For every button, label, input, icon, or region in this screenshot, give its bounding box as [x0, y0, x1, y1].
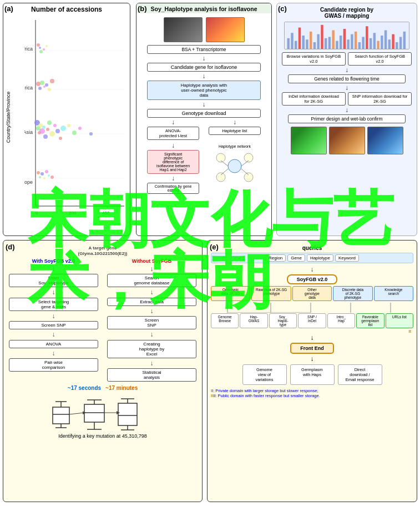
svg-rect-67 — [313, 42, 315, 49]
svg-rect-72 — [332, 30, 334, 49]
c-browse-var: Browse variations in SoyFGB v2.0 — [282, 52, 346, 66]
svg-rect-82 — [369, 38, 371, 49]
d-arr-0wo: ↓ — [150, 265, 154, 273]
svg-text:0: 0 — [36, 211, 38, 214]
e-soyfgb-box: SoyFGB v2.0 — [287, 274, 338, 284]
svg-point-44 — [45, 170, 48, 173]
d-arr-1wo: ↓ — [150, 288, 154, 296]
c-arrow-1: ↓ — [345, 67, 348, 73]
d-subtitle-text: (Glyma.10G221500(E2)) — [78, 251, 128, 256]
panel-d: (d) A target gene (Glyma.10G221500(E2)) … — [3, 240, 203, 502]
d-time-with: ~17 seconds — [68, 385, 101, 391]
svg-point-14 — [45, 45, 48, 47]
svg-point-19 — [45, 83, 48, 87]
panel-e-title: queries — [211, 245, 413, 251]
tab-gene[interactable]: Gene — [287, 254, 305, 262]
svg-point-32 — [53, 124, 57, 127]
c-snp-label: SNP information download for 2K-SG — [348, 92, 412, 106]
svg-point-17 — [40, 81, 44, 85]
y-axis-label: Country/State/Province — [6, 92, 11, 143]
e-output-0: Genome view of variations — [242, 364, 287, 385]
d-two-cols: With SoyFGB v2.0 ↓ Enter Soy_Haplotype ↓… — [7, 258, 199, 382]
svg-rect-61 — [291, 33, 293, 49]
anova-box: ANOVA- protected t-test — [147, 127, 199, 140]
d-time-without: ~17 minutes — [105, 385, 138, 391]
svg-rect-106 — [118, 403, 137, 425]
d-step-wo-2: Extract data — [107, 298, 196, 306]
svg-rect-100 — [84, 404, 104, 422]
d-arr-4wo: ↓ — [150, 359, 154, 367]
d-arr-3w: ↓ — [52, 330, 55, 338]
svg-rect-79 — [358, 42, 360, 49]
gwas-bars — [285, 22, 409, 49]
svg-point-46 — [50, 176, 54, 179]
d-step-wo-3: Screen SNP — [107, 316, 196, 329]
e-top-arrow: ↓ — [211, 265, 413, 273]
svg-point-28 — [43, 134, 48, 139]
svg-rect-94 — [53, 407, 69, 424]
svg-rect-78 — [354, 32, 356, 49]
genotype-download: Genotype download — [147, 109, 260, 118]
e-connection-lines — [211, 303, 411, 313]
svg-point-39 — [89, 132, 93, 136]
tab-keyword[interactable]: Keyword — [335, 254, 359, 262]
svg-point-11 — [39, 47, 41, 49]
svg-point-13 — [43, 48, 45, 51]
d-with-header: With SoyFGB v2.0 — [32, 258, 75, 264]
e-frontend-container: Front End — [211, 343, 413, 354]
svg-rect-85 — [381, 36, 383, 49]
e-lower-grid: Genome Browse Hap- GWAS Soy_ Haplo- type… — [211, 313, 413, 328]
svg-point-45 — [48, 174, 50, 177]
d-arr-2wo: ↓ — [150, 307, 154, 315]
svg-line-57 — [221, 169, 228, 175]
c-indel-label: InDel information download for 2K-SG — [282, 92, 346, 106]
d-step-wo-5: Statistical analysis — [107, 368, 196, 382]
svg-point-36 — [67, 124, 70, 127]
svg-point-20 — [48, 88, 51, 91]
c-data-image — [367, 127, 403, 154]
d-step-w-4: ANOVA — [9, 340, 98, 348]
svg-rect-90 — [399, 37, 401, 49]
d-arr-2w: ↓ — [52, 312, 55, 320]
svg-point-10 — [37, 43, 40, 47]
svg-line-56 — [241, 161, 249, 166]
svg-rect-71 — [328, 37, 330, 49]
e-frontend-box: Front End — [290, 343, 334, 354]
e-lower-4: Intro_ Hap — [327, 313, 355, 328]
svg-point-21 — [50, 79, 54, 83]
d-without-header: Without SoyFGB — [132, 258, 171, 264]
svg-line-55 — [221, 161, 228, 166]
e-lower-3: SNP / InDel — [298, 313, 326, 328]
svg-rect-62 — [295, 41, 297, 49]
main-container: (a) Number of accessions Country/State/P… — [0, 0, 420, 506]
e-data-3: Discrete data of 2K-SG phenotype — [333, 286, 372, 301]
panel-c-label: (c) — [278, 4, 287, 13]
bsa-image-1 — [164, 17, 203, 42]
e-note2: II: Public domain with faster response b… — [213, 393, 320, 398]
panel-c-title: Candidate region by GWAS / mapping — [277, 3, 417, 20]
tab-haplotype[interactable]: Haplotype — [307, 254, 333, 262]
svg-rect-63 — [298, 28, 300, 49]
panel-b-label: (b) — [138, 4, 147, 13]
c-two-top-boxes: Browse variations in SoyFGB v2.0 Search … — [280, 52, 413, 66]
svg-rect-77 — [351, 34, 353, 49]
c-wetlab-images — [291, 127, 403, 154]
bsa-images — [164, 17, 245, 42]
svg-rect-66 — [310, 32, 312, 49]
d-conclusion: Identifying a key mutation at 45,310,798 — [7, 433, 199, 439]
tab-region[interactable]: Region — [265, 254, 286, 262]
svg-point-12 — [39, 50, 43, 53]
svg-point-15 — [36, 82, 41, 86]
e-lower-2: Soy_ Haplo- type — [269, 313, 297, 328]
svg-point-50 — [228, 159, 241, 173]
d-without-col: Without SoyFGB ↓ Search genome database … — [105, 258, 199, 382]
arrow-1: ↓ — [203, 55, 206, 62]
svg-rect-84 — [377, 41, 379, 49]
svg-rect-74 — [340, 36, 342, 49]
panel-c-flow: Browse variations in SoyFGB v2.0 Search … — [277, 51, 417, 156]
svg-rect-89 — [396, 42, 398, 49]
svg-rect-81 — [366, 26, 368, 49]
svg-point-33 — [55, 129, 60, 133]
svg-rect-76 — [347, 39, 349, 49]
d-boxplots-svg — [39, 393, 166, 432]
